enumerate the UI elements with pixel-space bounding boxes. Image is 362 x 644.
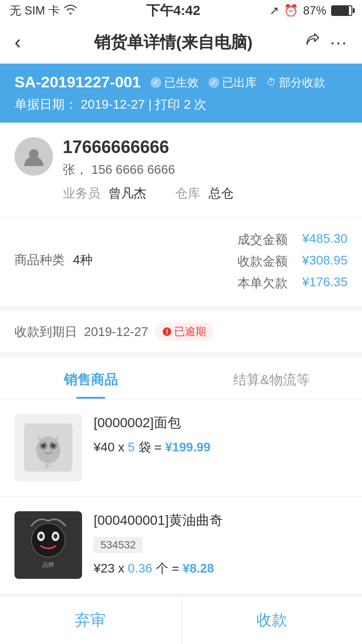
warehouse-meta: 仓库 总仓 [175, 185, 234, 202]
stats-left: 商品种类 4种 [14, 231, 93, 292]
price-base-2: ¥23 [94, 561, 114, 575]
svg-point-12 [39, 534, 43, 539]
warehouse-label: 仓库 [175, 186, 200, 200]
sales-person: 曾凡杰 [109, 186, 146, 200]
qty-2: 0.36 [128, 561, 153, 575]
overdue-text: 已逾期 [174, 324, 206, 339]
overdue-icon: ! [163, 327, 171, 336]
unit-2: 个 [156, 561, 168, 575]
status-bar-left: 无 SIM 卡 [10, 3, 77, 18]
customer-info: 17666666666 张， 156 6666 6666 业务员 曾凡杰 仓库 … [63, 137, 348, 202]
price-x-2: x [118, 561, 128, 575]
collected-value: ¥308.95 [302, 253, 348, 270]
collect-button[interactable]: 收款 [181, 596, 362, 644]
bottom-bar: 弃审 收款 [0, 596, 362, 644]
carrier-text: 无 SIM 卡 [10, 3, 60, 18]
banner-row1: SA-20191227-001 ✓ 已生效 ✓ 已出库 ⏱ 部分收款 [14, 73, 348, 91]
product-price-1: ¥40 x 5 袋 = ¥199.99 [94, 439, 348, 456]
alarm-icon: ⏰ [284, 4, 298, 17]
due-date-label: 收款到期日 [14, 323, 77, 340]
product-item: 官+ [0000002]面包 ¥40 x 5 袋 = ¥199.99 [0, 399, 362, 496]
price-x-1: x [118, 440, 128, 454]
product-price-2: ¥23 x 0.36 个 = ¥8.28 [94, 560, 348, 577]
print-unit: 次 [194, 97, 207, 112]
stats-section: 商品种类 4种 成交金额 ¥485.30 收款金额 ¥308.95 本单欠款 ¥… [0, 217, 362, 311]
date-label: 单据日期： [14, 97, 77, 112]
tabs-section: 销售商品 结算&物流等 [0, 357, 362, 399]
check-icon-2: ✓ [209, 77, 219, 88]
product-sku-2: 534532 [94, 537, 142, 553]
product-image-2: 品牌 [14, 511, 82, 579]
customer-meta: 业务员 曾凡杰 仓库 总仓 [63, 185, 348, 202]
svg-point-9 [31, 523, 65, 557]
customer-phone-number: 156 6666 6666 [91, 162, 175, 177]
overdue-badge: ! 已逾期 [155, 322, 214, 341]
status-shipped: ✓ 已出库 [209, 75, 257, 90]
product-info-2: [000400001]黄油曲奇 534532 ¥23 x 0.36 个 = ¥8… [94, 511, 348, 577]
status-active: ✓ 已生效 [151, 75, 199, 90]
amount-row: 成交金额 ¥485.30 [237, 231, 348, 248]
print-sep: | 打印 [148, 97, 183, 112]
product-name-1: [0000002]面包 [94, 414, 348, 432]
qty-1: 5 [128, 440, 135, 454]
product-type-count: 4种 [73, 252, 92, 267]
product-type-item: 商品种类 4种 [14, 252, 93, 268]
customer-id: 17666666666 [63, 137, 348, 157]
eq-2: = [172, 561, 182, 575]
tab-settlement-label: 结算&物流等 [233, 372, 310, 387]
clock-icon: ⏱ [266, 77, 276, 88]
product-name-2: [000400001]黄油曲奇 [94, 511, 348, 530]
location-icon: ↗ [269, 4, 279, 17]
status-active-label: 已生效 [164, 75, 199, 90]
amount-value: ¥485.30 [302, 231, 348, 248]
product-info-1: [0000002]面包 ¥40 x 5 袋 = ¥199.99 [94, 414, 348, 456]
nav-bar: ‹ 销货单详情(来自电脑) ··· [0, 21, 362, 64]
svg-text:官+: 官+ [45, 464, 52, 469]
wifi-icon [64, 4, 77, 17]
price-base-1: ¥40 [94, 440, 114, 454]
status-partial-label: 部分收款 [279, 75, 325, 90]
banner-row2: 单据日期： 2019-12-27 | 打印 2 次 [14, 96, 348, 113]
avatar [14, 137, 53, 176]
status-bar: 无 SIM 卡 下午4:42 ↗ ⏰ 87% [0, 0, 362, 21]
check-icon-1: ✓ [151, 77, 161, 88]
customer-phone: 张， 156 6666 6666 [63, 161, 348, 178]
debt-label: 本单欠款 [237, 275, 288, 292]
order-id: SA-20191227-001 [14, 73, 141, 91]
status-partial: ⏱ 部分收款 [266, 75, 325, 90]
tab-settlement[interactable]: 结算&物流等 [181, 357, 362, 399]
more-button[interactable]: ··· [330, 32, 348, 53]
sales-label: 业务员 [63, 186, 100, 200]
customer-name-text: 张， [63, 162, 88, 177]
status-bar-right: ↗ ⏰ 87% [269, 4, 352, 17]
product-type-label: 商品种类 [14, 252, 65, 267]
warehouse-value: 总仓 [209, 186, 234, 200]
nav-actions: ··· [303, 32, 348, 53]
page-title: 销货单详情(来自电脑) [94, 31, 253, 54]
svg-text:品牌: 品牌 [42, 561, 54, 568]
stats-right: 成交金额 ¥485.30 收款金额 ¥308.95 本单欠款 ¥176.35 [237, 231, 348, 292]
debt-row: 本单欠款 ¥176.35 [237, 275, 348, 292]
total-1: ¥199.99 [165, 440, 210, 454]
time-display: 下午4:42 [146, 1, 200, 20]
customer-section: 17666666666 张， 156 6666 6666 业务员 曾凡杰 仓库 … [0, 123, 362, 217]
products-list: 官+ [0000002]面包 ¥40 x 5 袋 = ¥199.99 [0, 399, 362, 593]
collected-label: 收款金额 [237, 253, 288, 270]
tab-products[interactable]: 销售商品 [0, 357, 181, 399]
unit-1: 袋 [139, 440, 151, 454]
share-button[interactable] [303, 32, 320, 53]
eq-1: = [154, 440, 165, 454]
tab-products-label: 销售商品 [64, 372, 118, 387]
back-button[interactable]: ‹ [14, 31, 43, 53]
collected-row: 收款金额 ¥308.95 [237, 253, 348, 270]
debt-value: ¥176.35 [302, 275, 348, 292]
svg-point-13 [54, 534, 57, 539]
product-item-2: 品牌 [000400001]黄油曲奇 534532 ¥23 x 0.36 个 =… [0, 497, 362, 593]
cancel-review-button[interactable]: 弃审 [0, 596, 181, 644]
product-image-1: 官+ [14, 414, 82, 481]
battery-text: 87% [303, 4, 326, 17]
amount-label: 成交金额 [237, 231, 288, 248]
status-shipped-label: 已出库 [222, 75, 257, 90]
svg-point-2 [36, 436, 60, 463]
due-date-value: 2019-12-27 [84, 324, 148, 339]
